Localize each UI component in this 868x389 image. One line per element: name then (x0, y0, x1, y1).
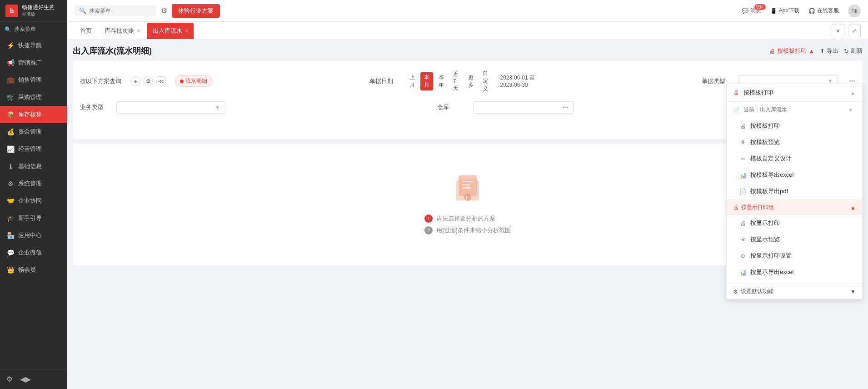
refresh-btn[interactable]: ↻ 刷新 (844, 47, 863, 55)
sidebar-item-marketing[interactable]: 📢 营销推广 (0, 54, 67, 71)
topbar-search-input[interactable] (89, 8, 144, 14)
sidebar-item-label: 采购管理 (18, 93, 42, 101)
template-design-icon: ✏ (739, 155, 747, 162)
tab-label: 出入库流水 (153, 27, 182, 35)
sidebar-item-member[interactable]: 👑 畅会员 (0, 261, 67, 279)
tab-inout-flow[interactable]: 出入库流水 × (147, 23, 194, 39)
tab-expand-btn[interactable]: ⤢ (848, 25, 861, 37)
sidebar-item-purchase[interactable]: 🛒 采购管理 (0, 89, 67, 106)
dropdown-collapse-icon[interactable]: ▲ (850, 90, 856, 96)
sidebar-item-quicknav[interactable]: ⚡ 快捷导航 (0, 37, 67, 54)
collab-icon: 🤝 (6, 197, 15, 205)
system-icon: ⚙ (6, 180, 15, 188)
doc-type-label: 单据类型 (702, 77, 729, 85)
dropdown-item-display-print[interactable]: 🖨 按显示打印 (727, 215, 862, 231)
sidebar-item-inventory[interactable]: 📦 库存核算 (0, 106, 67, 123)
online-service-label: 在线客服 (817, 7, 839, 15)
filter-settings-btn[interactable]: ⚙ (143, 76, 153, 86)
date-tab-more[interactable]: 更多 (464, 72, 477, 90)
tab-close-inventory-batch[interactable]: × (137, 28, 140, 34)
sidebar-item-wecom[interactable]: 💬 企业微信 (0, 244, 67, 261)
service-icon: 🎧 (808, 8, 815, 14)
filter-collapse-btn[interactable]: ≪ (156, 76, 166, 86)
date-tab-this-year[interactable]: 本年 (435, 72, 448, 90)
filter-tag[interactable]: 流水明细 (175, 75, 212, 87)
app-download-btn[interactable]: 📱 App下载 (770, 7, 799, 15)
sidebar-item-appcenter[interactable]: 🏪 应用中心 (0, 227, 67, 244)
dropdown-item-template-excel[interactable]: 📊 按模板导出excel (727, 167, 862, 183)
sidebar-item-sales[interactable]: 💼 销售管理 (0, 71, 67, 89)
message-btn[interactable]: 💬 消息 99+ (742, 7, 761, 15)
print-label: 按模板打印 (777, 47, 807, 55)
inventory-icon: 📦 (6, 110, 15, 119)
user-avatar[interactable]: Rit (848, 5, 861, 17)
logo-area: b 畅捷通好生意 标准版 (0, 0, 67, 22)
business-type-select[interactable]: ▼ (116, 101, 225, 114)
dropdown-current-item[interactable]: 📄 当前：出入库流水 ▼ (727, 102, 862, 118)
sidebar-item-label: 库存核算 (18, 110, 42, 119)
online-service-btn[interactable]: 🎧 在线客服 (808, 7, 839, 15)
dropdown-item-template-preview[interactable]: 👁 按模板预览 (727, 134, 862, 150)
page-title-bar: 出入库流水(流水明细) 🖨 按模板打印 ▲ ⬆ 导出 ↻ 刷新 (73, 45, 863, 56)
warehouse-select[interactable]: ••• (474, 101, 574, 114)
current-label: 当前：出入库流水 (743, 106, 787, 114)
date-tab-last-month[interactable]: 上月 (406, 72, 419, 90)
tab-home[interactable]: 首页 (75, 23, 97, 39)
tab-close-all-btn[interactable]: ✕ (832, 25, 844, 37)
sidebar-item-basics[interactable]: ℹ 基础信息 (0, 158, 67, 175)
logo-icon: b (5, 5, 18, 17)
date-tab-7days[interactable]: 近7天 (449, 69, 463, 94)
topbar-search-icon: 🔍 (79, 7, 86, 14)
industry-btn[interactable]: 体验行业方案 (172, 4, 220, 18)
date-tab-this-month[interactable]: 本月 (420, 72, 433, 90)
step-1-num: 1 (424, 214, 433, 223)
sidebar-item-label: 销售管理 (18, 76, 42, 84)
sales-icon: 💼 (6, 76, 15, 84)
dropdown-item-template-pdf[interactable]: 📄 按模板导出pdf (727, 183, 862, 199)
guide-icon: 🎓 (6, 214, 15, 222)
dropdown-item-display-settings[interactable]: ⚙ 按显示打印设置 (727, 248, 862, 264)
sidebar-footer: ⚙ ◀▶ (0, 369, 67, 389)
sidebar-search[interactable]: 🔍 搜索菜单 (0, 22, 67, 37)
sidebar-item-system[interactable]: ⚙ 系统管理 (0, 175, 67, 192)
settings-footer-icon[interactable]: ⚙ (6, 375, 13, 384)
dropdown-item-display-excel[interactable]: 📊 按显示导出excel (727, 264, 862, 280)
dropdown-item-template-design[interactable]: ✏ 模板自定义设计 (727, 150, 862, 167)
dropdown-item-template-print[interactable]: 🖨 按模板打印 (727, 118, 862, 134)
logo-text: 畅捷通好生意 标准版 (22, 4, 55, 18)
tab-inventory-batch[interactable]: 库存批次账 × (99, 23, 145, 39)
filter-add-btn[interactable]: + (130, 76, 140, 86)
footer-chevron: ▼ (850, 289, 856, 295)
user-name: Rit (851, 8, 857, 14)
refresh-icon: ↻ (844, 48, 849, 55)
sidebar-item-collab[interactable]: 🤝 企业协同 (0, 192, 67, 209)
sidebar-item-finance[interactable]: 💰 资金管理 (0, 123, 67, 140)
current-chevron: ▼ (848, 107, 853, 113)
step-1-text: 请先选择要分析的方案 (436, 214, 495, 223)
template-preview-icon: 👁 (739, 139, 747, 146)
dropdown-footer[interactable]: ⚙ 设置默认功能 ▼ (727, 284, 862, 299)
display-print-header-label: 按显示打印组 (741, 204, 774, 211)
app-version: 标准版 (22, 11, 55, 17)
dropdown-item-display-pdf[interactable]: 📄 按显示导出pdf (727, 280, 862, 284)
warehouse-more-icon[interactable]: ••• (562, 104, 569, 111)
template-pdf-icon: 📄 (739, 188, 747, 195)
sidebar-item-label: 基础信息 (18, 162, 42, 170)
page-content: 出入库流水(流水明细) 🖨 按模板打印 ▲ ⬆ 导出 ↻ 刷新 (67, 40, 868, 389)
export-icon: ⬆ (820, 48, 825, 55)
collapse-sidebar-icon[interactable]: ◀▶ (20, 375, 31, 384)
business-chevron: ▼ (215, 104, 220, 111)
display-excel-label: 按显示导出excel (750, 268, 793, 276)
export-btn[interactable]: ⬆ 导出 (820, 47, 838, 55)
topbar-search-box[interactable]: 🔍 (75, 5, 156, 16)
sidebar-item-operations[interactable]: 📈 经营管理 (0, 140, 67, 158)
print-template-btn[interactable]: 🖨 按模板打印 ▲ (769, 47, 814, 55)
dropdown-header-icon: 🖨 (733, 89, 739, 96)
date-tab-custom[interactable]: 自定义 (479, 68, 494, 94)
template-pdf-label: 按模板导出pdf (750, 187, 788, 195)
tab-close-inout-flow[interactable]: × (185, 28, 188, 34)
sidebar-item-guide[interactable]: 🎓 新手引导 (0, 209, 67, 227)
dropdown-item-display-preview[interactable]: 👁 按显示预览 (727, 231, 862, 248)
template-excel-label: 按模板导出excel (750, 171, 793, 179)
topbar-gear-icon[interactable]: ⚙ (161, 6, 167, 15)
